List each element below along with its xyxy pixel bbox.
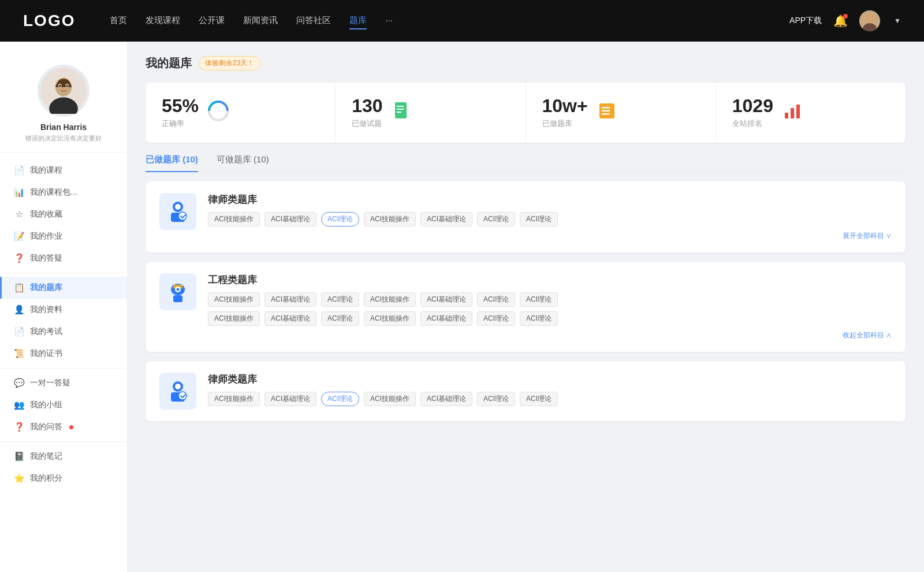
tags-row-1: ACI技能操作ACI基础理论ACI理论ACI技能操作ACI基础理论ACI理论AC… <box>208 292 892 307</box>
tags-row-2: ACI技能操作ACI基础理论ACI理论ACI技能操作ACI基础理论ACI理论AC… <box>208 392 892 406</box>
extra-tag-1-4[interactable]: ACI基础理论 <box>420 311 472 326</box>
tags-row-0: ACI技能操作ACI基础理论ACI理论ACI技能操作ACI基础理论ACI理论AC… <box>208 212 892 226</box>
nav-menu-item[interactable]: 发现课程 <box>146 13 180 29</box>
tag-0-5[interactable]: ACI理论 <box>477 212 515 226</box>
sidebar: Brian Harris 错误的决定比没有决定要好 📄我的课程📊我的课程包...… <box>0 42 127 572</box>
extra-tag-1-0[interactable]: ACI技能操作 <box>208 311 260 326</box>
sidebar-item-2[interactable]: ☆我的收藏 <box>0 203 127 225</box>
nav-menu-item[interactable]: 题库 <box>349 13 367 29</box>
tag-2-5[interactable]: ACI理论 <box>477 392 515 406</box>
expand-link-1[interactable]: 收起全部科目 ∧ <box>208 330 892 340</box>
sidebar-divider <box>0 368 127 369</box>
sidebar-icon-0: 📄 <box>14 165 24 176</box>
extra-tag-1-5[interactable]: ACI理论 <box>477 311 515 326</box>
tag-2-4[interactable]: ACI基础理论 <box>420 392 472 406</box>
stat-label-1: 已做试题 <box>352 118 382 129</box>
extra-tag-1-1[interactable]: ACI基础理论 <box>264 311 316 326</box>
tag-2-6[interactable]: ACI理论 <box>520 392 558 406</box>
svg-rect-16 <box>602 107 610 109</box>
tag-1-0[interactable]: ACI技能操作 <box>208 292 260 307</box>
user-menu-chevron-icon[interactable]: ▼ <box>894 17 901 25</box>
tag-0-6[interactable]: ACI理论 <box>520 212 558 226</box>
sidebar-icon-10: 👥 <box>14 400 24 410</box>
tag-0-1[interactable]: ACI基础理论 <box>264 212 316 226</box>
sidebar-item-13[interactable]: ⭐我的积分 <box>0 467 127 489</box>
app-download-button[interactable]: APP下载 <box>789 16 822 26</box>
bank-card-2: 律师类题库ACI技能操作ACI基础理论ACI理论ACI技能操作ACI基础理论AC… <box>146 361 906 421</box>
expand-link-0[interactable]: 展开全部科目 ∨ <box>208 231 892 241</box>
svg-rect-20 <box>791 108 794 118</box>
tag-1-5[interactable]: ACI理论 <box>477 292 515 307</box>
sidebar-icon-9: 💬 <box>14 378 24 388</box>
page-title: 我的题库 <box>146 55 192 71</box>
extra-tag-1-6[interactable]: ACI理论 <box>520 311 558 326</box>
sidebar-icon-3: 📝 <box>14 231 24 242</box>
nav-menu-item[interactable]: 公开课 <box>199 13 225 29</box>
sidebar-label-10: 我的小组 <box>30 400 62 410</box>
sidebar-red-dot <box>69 425 73 429</box>
page-layout: Brian Harris 错误的决定比没有决定要好 📄我的课程📊我的课程包...… <box>0 42 924 572</box>
tag-2-1[interactable]: ACI基础理论 <box>264 392 316 406</box>
tag-0-2[interactable]: ACI理论 <box>321 212 359 226</box>
sidebar-item-7[interactable]: 📄我的考试 <box>0 321 127 343</box>
extra-tag-1-2[interactable]: ACI理论 <box>321 311 359 326</box>
sidebar-label-11: 我的问答 <box>30 422 62 432</box>
sidebar-item-11[interactable]: ❓我的问答 <box>0 416 127 438</box>
tag-1-2[interactable]: ACI理论 <box>321 292 359 307</box>
svg-point-1 <box>866 14 874 23</box>
nav-menu-item[interactable]: 新闻资讯 <box>243 13 278 29</box>
sidebar-label-0: 我的课程 <box>30 165 62 176</box>
user-avatar[interactable] <box>859 10 880 31</box>
tag-0-4[interactable]: ACI基础理论 <box>420 212 472 226</box>
stat-icon-0 <box>208 101 229 125</box>
svg-point-33 <box>175 384 181 389</box>
sidebar-label-2: 我的收藏 <box>30 209 62 220</box>
sidebar-item-12[interactable]: 📓我的笔记 <box>0 445 127 467</box>
sidebar-item-8[interactable]: 📜我的证书 <box>0 343 127 365</box>
svg-point-8 <box>59 84 61 87</box>
notification-dot <box>843 14 848 18</box>
logo[interactable]: LOGO <box>23 12 75 30</box>
tag-0-3[interactable]: ACI技能操作 <box>364 212 416 226</box>
sidebar-icon-12: 📓 <box>14 451 24 462</box>
bank-name-1: 工程类题库 <box>208 273 892 287</box>
tag-1-3[interactable]: ACI技能操作 <box>364 292 416 307</box>
tag-1-4[interactable]: ACI基础理论 <box>420 292 472 307</box>
tab-0[interactable]: 已做题库 (10) <box>146 154 198 171</box>
sidebar-icon-2: ☆ <box>14 209 24 220</box>
sidebar-label-5: 我的题库 <box>30 283 62 293</box>
svg-rect-19 <box>785 113 788 118</box>
sidebar-item-0[interactable]: 📄我的课程 <box>0 159 127 181</box>
sidebar-icon-6: 👤 <box>14 304 24 315</box>
svg-point-9 <box>66 84 68 87</box>
sidebar-item-10[interactable]: 👥我的小组 <box>0 394 127 416</box>
notification-bell-icon[interactable]: 🔔 <box>833 14 848 28</box>
sidebar-item-3[interactable]: 📝我的作业 <box>0 225 127 247</box>
svg-rect-12 <box>397 106 404 107</box>
sidebar-icon-4: ❓ <box>14 253 24 263</box>
nav-menu-item[interactable]: 首页 <box>110 13 127 29</box>
tag-0-0[interactable]: ACI技能操作 <box>208 212 260 226</box>
stat-label-3: 全站排名 <box>732 118 773 129</box>
tag-2-0[interactable]: ACI技能操作 <box>208 392 260 406</box>
sidebar-icon-11: ❓ <box>14 422 24 432</box>
sidebar-icon-8: 📜 <box>14 348 24 359</box>
sidebar-item-6[interactable]: 👤我的资料 <box>0 299 127 321</box>
tag-1-6[interactable]: ACI理论 <box>520 292 558 307</box>
nav-menu-item[interactable]: 问答社区 <box>296 13 331 29</box>
tag-2-3[interactable]: ACI技能操作 <box>364 392 416 406</box>
nav-menu-item[interactable]: ··· <box>385 13 393 29</box>
tag-1-1[interactable]: ACI基础理论 <box>264 292 316 307</box>
sidebar-item-4[interactable]: ❓我的答疑 <box>0 247 127 269</box>
sidebar-item-5[interactable]: 📋我的题库 <box>0 277 127 299</box>
stat-icon-1 <box>392 101 412 125</box>
tab-1[interactable]: 可做题库 (10) <box>217 154 269 171</box>
stat-card-3: 1029全站排名 <box>716 83 906 143</box>
extra-tag-1-3[interactable]: ACI技能操作 <box>364 311 416 326</box>
sidebar-item-1[interactable]: 📊我的课程包... <box>0 181 127 203</box>
sidebar-menu: 📄我的课程📊我的课程包...☆我的收藏📝我的作业❓我的答疑📋我的题库👤我的资料📄… <box>0 159 127 489</box>
tags-row2-1: ACI技能操作ACI基础理论ACI理论ACI技能操作ACI基础理论ACI理论AC… <box>208 311 892 326</box>
tabs-row: 已做题库 (10)可做题库 (10) <box>146 154 906 172</box>
tag-2-2[interactable]: ACI理论 <box>321 392 359 406</box>
sidebar-item-9[interactable]: 💬一对一答疑 <box>0 372 127 394</box>
